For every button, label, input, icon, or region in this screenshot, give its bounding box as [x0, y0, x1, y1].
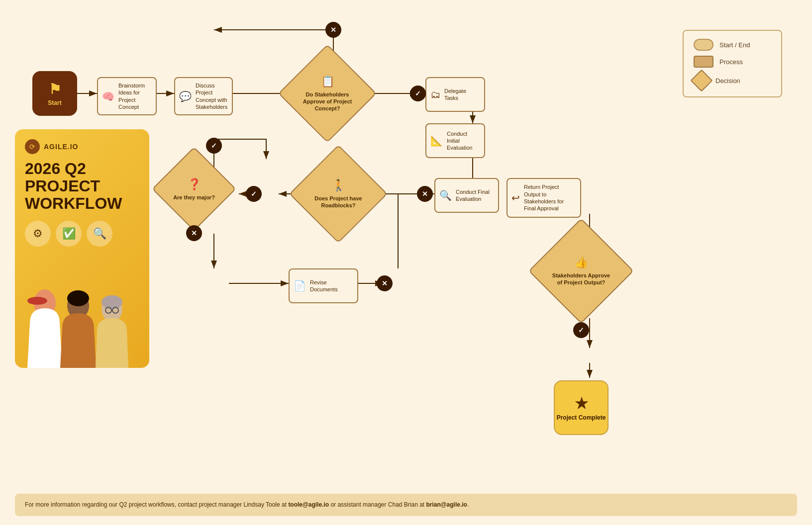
legend-panel: Start / End Process Decision: [683, 30, 782, 97]
brainstorm-icon: 🧠: [102, 90, 114, 102]
stakeholders-approve-label: Do Stakeholders Approve of Project Conce…: [300, 91, 355, 112]
legend-label-start-end: Start / End: [719, 41, 750, 49]
major-label: Are they major?: [169, 193, 219, 200]
conduct-initial-label: Conduct Initial Evaluation: [447, 130, 480, 152]
footer: For more information regarding our Q2 pr…: [15, 494, 797, 516]
thumbsup-icon: 👍: [551, 256, 611, 270]
legend-shape-start-end: [694, 39, 713, 51]
svg-point-19: [27, 297, 47, 305]
flowchart: ⚑ Start 🧠 Brainstorm Ideas for Project C…: [0, 0, 812, 525]
flag-icon: ⚑: [49, 81, 61, 97]
project-complete-node: ★ Project Complete: [554, 380, 609, 435]
major-icon: ❓: [169, 177, 219, 192]
x-connector-revise: ✕: [377, 275, 393, 291]
stakeholders-icon: 📋: [300, 75, 355, 89]
return-label: Return Project Output to Stakeholders fo…: [524, 183, 576, 212]
delegate-icon: 🗂: [430, 89, 440, 100]
logo-text: AGILE.IO: [44, 143, 78, 151]
check-connector-3: ✓: [246, 186, 262, 202]
footer-text-3: .: [467, 501, 469, 508]
conduct-initial-node: 📐 Conduct Initial Evaluation: [425, 123, 485, 158]
delegate-label: Delegate Tasks: [444, 88, 480, 102]
major-node: ❓ Are they major?: [164, 159, 224, 219]
sidebar-panel: ⟳ AGILE.IO 2026 Q2 PROJECT WORKFLOW ⚙ ✅ …: [15, 129, 149, 368]
revise-label: Revise Documents: [310, 279, 353, 293]
roadblocks-node: 🚶 Does Project have Roadblocks?: [304, 159, 373, 229]
conduct-final-icon: 🔍: [439, 189, 452, 201]
stakeholders-approve-node: 📋 Do Stakeholders Approve of Project Con…: [293, 59, 362, 128]
legend-label-process: Process: [719, 58, 743, 66]
brainstorm-label: Brainstorm Ideas for Project Concept: [118, 82, 152, 110]
sidebar-icons-row: ⚙ ✅ 🔍: [25, 221, 139, 247]
logo-icon: ⟳: [25, 139, 40, 154]
check-connector-1: ✓: [206, 138, 222, 154]
project-complete-label: Project Complete: [557, 414, 606, 421]
sidebar-title: 2026 Q2 PROJECT WORKFLOW: [25, 160, 139, 213]
footer-text-1: For more information regarding our Q2 pr…: [25, 501, 288, 508]
return-icon: ↩: [511, 192, 520, 204]
people-illustration: [15, 278, 149, 368]
check-connector-final: ✓: [573, 322, 589, 338]
return-output-node: ↩ Return Project Output to Stakeholders …: [507, 178, 581, 218]
footer-text-2: or assistant manager Chad Brian at: [329, 501, 426, 508]
x-connector-roadblocks: ✕: [417, 186, 433, 202]
legend-item-process: Process: [694, 56, 771, 68]
discuss-icon: 💬: [179, 90, 192, 102]
star-icon: ★: [575, 395, 588, 412]
conduct-final-label: Conduct Final Evaluation: [456, 188, 494, 203]
revise-icon: 📄: [294, 280, 306, 292]
x-connector-top: ✕: [325, 22, 341, 38]
x-connector-major: ✕: [186, 225, 202, 241]
stakeholders-approve-output-label: Stakeholders Approve of Project Output?: [551, 272, 611, 286]
brainstorm-node: 🧠 Brainstorm Ideas for Project Concept: [97, 77, 157, 115]
legend-item-decision: Decision: [694, 73, 771, 88]
tools-icon-circle: ⚙: [25, 221, 51, 247]
conduct-final-node: 🔍 Conduct Final Evaluation: [434, 178, 499, 213]
person-3-svg: [92, 288, 132, 368]
legend-label-decision: Decision: [715, 77, 740, 85]
roadblocks-label: Does Project have Roadblocks?: [311, 195, 366, 209]
legend-shape-process: [694, 56, 713, 68]
revise-documents-node: 📄 Revise Documents: [289, 268, 358, 303]
check-connector-2: ✓: [410, 86, 426, 101]
discuss-label: Discuss Project Concept with Stakeholder…: [196, 82, 228, 110]
footer-email-1: toole@agile.io: [288, 501, 329, 508]
start-node: ⚑ Start: [32, 71, 77, 116]
legend-item-start-end: Start / End: [694, 39, 771, 51]
svg-point-21: [67, 290, 89, 306]
start-label: Start: [48, 99, 61, 106]
sidebar-logo: ⟳ AGILE.IO: [25, 139, 139, 154]
footer-email-2: brian@agile.io: [426, 501, 467, 508]
roadblocks-icon: 🚶: [311, 178, 366, 193]
legend-shape-decision: [690, 69, 712, 91]
checklist-icon-circle: ✅: [56, 221, 82, 247]
search-icon-circle: 🔍: [87, 221, 112, 247]
discuss-node: 💬 Discuss Project Concept with Stakehold…: [174, 77, 233, 115]
delegate-tasks-node: 🗂 Delegate Tasks: [425, 77, 485, 112]
conduct-initial-icon: 📐: [430, 135, 443, 147]
stakeholders-approve-output-node: 👍 Stakeholders Approve of Project Output…: [544, 234, 618, 308]
svg-point-23: [102, 295, 122, 309]
